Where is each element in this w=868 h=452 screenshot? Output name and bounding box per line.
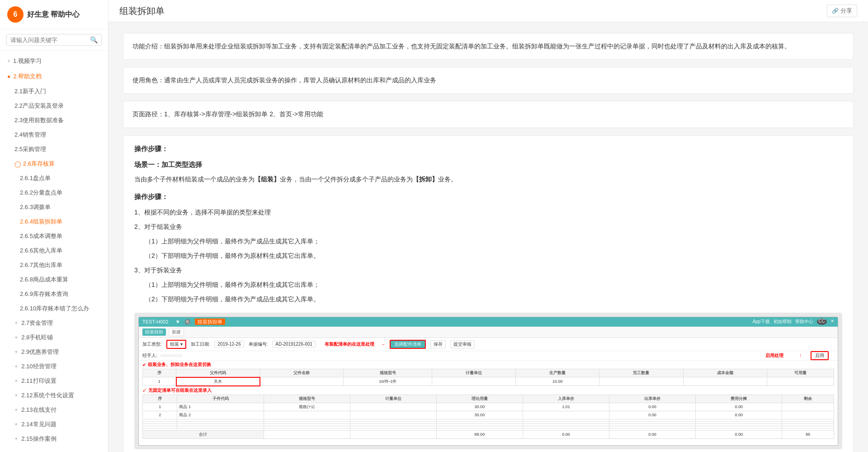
sidebar-item-sales[interactable]: 2.4销售管理 xyxy=(0,128,108,142)
sidebar-item-docs[interactable]: ● 2.帮助文档 xyxy=(0,69,108,84)
sidebar-item-online-pay[interactable]: + 2.13在线支付 xyxy=(0,403,108,417)
search-area: 🔍 xyxy=(0,29,108,51)
operator-row: 经手人: 启用处理 ↑ 启用 xyxy=(139,351,838,361)
plus-icon: + xyxy=(7,58,10,64)
sidebar-item-mobile[interactable]: + 2.8手机旺铺 xyxy=(0,330,108,345)
ops-title: 操作步骤： xyxy=(134,145,842,153)
annotation-2-row: ↙ 组装业务、拆卸业务在这里切换 xyxy=(139,361,838,369)
sidebar-item-coupon[interactable]: + 2.9优惠券管理 xyxy=(0,345,108,359)
app-title-bar: TEST-H002 ▼ 🔘 组装拆卸单 App下载初始帮助帮助中心 CC ✕ xyxy=(139,317,838,327)
parent-code-cell: 关木 xyxy=(176,377,260,386)
sidebar-item-cost[interactable]: 2.6.5成本调整单 xyxy=(0,229,108,243)
sidebar-item-stocktake[interactable]: 2.6.1盘点单 xyxy=(0,171,108,186)
step3-1: （1）上部明细为父件明细，最终作为原材料生成其它出库单； xyxy=(134,278,842,291)
btn-audit-form[interactable]: 提交审核 xyxy=(450,340,475,348)
steps-content: 1、根据不同的业务，选择不同单据的类型来处理 2、对于组装业务 （1）上部明细为… xyxy=(134,206,842,305)
sidebar-item-adjust[interactable]: 2.6.3调拨单 xyxy=(0,200,108,214)
sidebar-item-mobile-label: 2.8手机旺铺 xyxy=(21,334,53,341)
page-title: 组装拆卸单 xyxy=(119,5,165,17)
app-window: TEST-H002 ▼ 🔘 组装拆卸单 App下载初始帮助帮助中心 CC ✕ 组… xyxy=(138,317,838,446)
sidebar-item-prepare-label: 2.3使用前数据准备 xyxy=(14,117,64,124)
share-button[interactable]: 🔗 分享 xyxy=(827,5,857,17)
annotation-text-3: 启用处理 xyxy=(765,352,783,359)
upper-table: 序 父件代码 父件名称 规格型号 计量单位 生产数量 完工数量 成本金额 可用量 xyxy=(142,369,834,386)
sidebar-item-stock-error[interactable]: 2.6.10库存账本错了怎么办 xyxy=(0,301,108,316)
top-bar: 组装拆卸单 🔗 分享 xyxy=(108,0,868,22)
sidebar-item-purchase[interactable]: 2.5采购管理 xyxy=(0,142,108,157)
path-text: 页面路径：1、库存核算->库存管理->组装拆卸单 2、首页->常用功能 xyxy=(132,110,323,118)
sidebar-item-inventory[interactable]: ◯ 2.6库存核算 xyxy=(0,157,108,171)
steps-title: 操作步骤： xyxy=(134,193,842,201)
logo-text: 好生意 帮助中心 xyxy=(27,10,80,19)
sidebar-item-video[interactable]: + 1.视频学习 xyxy=(0,53,108,69)
plus-capital-icon: + xyxy=(14,319,18,326)
sidebar-item-stock-check[interactable]: 2.6.9库存账本查询 xyxy=(0,287,108,301)
sidebar-item-other-out[interactable]: 2.6.7其他出库单 xyxy=(0,258,108,272)
sidebar-item-install[interactable]: 2.2产品安装及登录 xyxy=(0,99,108,113)
sidebar-item-prepare[interactable]: 2.3使用前数据准备 xyxy=(0,113,108,128)
sidebar-item-stock-check-label: 2.6.9库存账本查询 xyxy=(20,290,68,297)
sidebar-item-adjust-label: 2.6.3调拨单 xyxy=(20,204,51,210)
annotation-text-2: 组装业务、拆卸业务在这里切换 xyxy=(148,362,211,368)
nav-list: + 1.视频学习 ● 2.帮助文档 2.1新手入门 2.2产品安装及登录 2.3… xyxy=(0,51,108,452)
scenario1-desc-text: 当由多个子件材料组装成一个成品的业务为【组装】业务，当由一个父件拆分成多个子产品… xyxy=(134,173,842,186)
table-footer-row: 合计 88.00 0.00 0.00 0.00 85 xyxy=(143,430,834,438)
plus-mobile-icon: + xyxy=(14,334,18,341)
field-operator-value[interactable] xyxy=(161,355,182,357)
logo-icon: 6 xyxy=(7,6,24,23)
table-row: 1 商品 1 规格(+1) 30.00 1.01 0.00 0.00 xyxy=(143,403,834,411)
sidebar-item-install-label: 2.2产品安装及登录 xyxy=(14,102,64,109)
sidebar-item-other-in[interactable]: 2.6.6其他入库单 xyxy=(0,243,108,258)
minus-circle-icon: ◯ xyxy=(14,161,21,167)
table-row: 2 商品 2 30.00 0.00 0.00 xyxy=(143,411,834,419)
btn-choose-config[interactable]: 选择配件清单 xyxy=(390,340,426,349)
sidebar-item-goods-cost[interactable]: 2.6.8商品成本重算 xyxy=(0,272,108,287)
sidebar-item-newbie[interactable]: 2.1新手入门 xyxy=(0,84,108,99)
arrow-icon-1: → xyxy=(381,342,385,347)
sidebar-item-faq[interactable]: + 2.14常见问题 xyxy=(0,417,108,432)
arrow-icon-3: ↑ xyxy=(799,353,802,358)
form-type-value[interactable]: 组装 ▾ xyxy=(166,340,186,349)
form-date-value: 2019-12-26 xyxy=(214,341,244,347)
mock-screenshot: TEST-H002 ▼ 🔘 组装拆卸单 App下载初始帮助帮助中心 CC ✕ 组… xyxy=(135,313,842,449)
plus-biz-icon: + xyxy=(14,363,18,370)
sidebar-item-coupon-label: 2.9优惠券管理 xyxy=(21,348,59,355)
sidebar-item-capital[interactable]: + 2.7资金管理 xyxy=(0,316,108,330)
step2-1: （1）上部明细为父件明细，最终作为产成品生成其它入库单； xyxy=(134,235,842,247)
plus-faq-icon: + xyxy=(14,421,18,428)
sidebar-item-biz[interactable]: + 2.10经营管理 xyxy=(0,359,108,374)
sidebar-item-faq-label: 2.14常见问题 xyxy=(21,421,56,428)
sidebar-item-assembly[interactable]: 2.6.4组装拆卸单 xyxy=(0,214,108,229)
scenario1-desc: 当由多个子件材料组装成一个成品的业务为【组装】业务，当由一个父件拆分成多个子产品… xyxy=(134,173,842,186)
btn-enable[interactable]: 启用 xyxy=(811,351,829,360)
upper-table-container: 序 父件代码 父件名称 规格型号 计量单位 生产数量 完工数量 成本金额 可用量 xyxy=(139,369,838,386)
btn-save-form[interactable]: 保存 xyxy=(430,340,446,348)
scenario1-title: 场景一：加工类型选择 xyxy=(134,161,842,169)
plus-coupon-icon: + xyxy=(14,348,18,355)
sidebar-item-personalize[interactable]: + 2.12系统个性化设置 xyxy=(0,388,108,403)
annotation-text-1: 有装配清单的在这里处理 xyxy=(325,341,374,347)
share-label: 分享 xyxy=(840,7,852,15)
sidebar-item-assembly-label: 2.6.4组装拆卸单 xyxy=(20,218,62,225)
intro-text: 功能介绍：组装拆卸单用来处理企业组装或拆卸等加工业务，支持有固定装配清单的产品加… xyxy=(132,43,791,50)
sidebar-item-partial[interactable]: 2.6.2分量盘点单 xyxy=(0,186,108,200)
form-fields-row: 加工类型: 组装 ▾ 加工日期: 2019-12-26 单据编号: AD-201… xyxy=(139,338,838,351)
annotation-arrow-4: ↙ xyxy=(142,388,147,393)
sidebar-item-print[interactable]: + 2.11打印设置 xyxy=(0,374,108,388)
btn-new-tab[interactable]: 新建 xyxy=(169,328,184,336)
sidebar-item-cost-label: 2.6.5成本调整单 xyxy=(20,233,62,239)
search-icon[interactable]: 🔍 xyxy=(90,36,98,43)
search-input[interactable] xyxy=(10,37,90,43)
operations-block: 操作步骤： 场景一：加工类型选择 当由多个子件材料组装成一个成品的业务为【组装】… xyxy=(123,135,854,452)
sidebar-item-personalize-label: 2.12系统个性化设置 xyxy=(21,392,74,399)
arrow-annotation-2: ↙ xyxy=(142,362,146,367)
step2-2: （2）下部明细为子件明细，最终作为原材料生成其它出库单。 xyxy=(134,249,842,262)
sidebar-item-stocktake-label: 2.6.1盘点单 xyxy=(20,175,51,181)
sidebar-item-cases[interactable]: + 2.15操作案例 xyxy=(0,432,108,446)
sidebar-item-biz-label: 2.10经营管理 xyxy=(21,363,56,370)
btn-assembly-tab[interactable]: 组装拆卸 xyxy=(142,328,166,336)
sidebar-item-partial-label: 2.6.2分量盘点单 xyxy=(20,189,62,196)
sidebar-item-video-label: 1.视频学习 xyxy=(13,57,42,65)
form-code-value: AD-20191226-001 xyxy=(272,341,316,347)
plus-print-icon: + xyxy=(14,377,18,384)
